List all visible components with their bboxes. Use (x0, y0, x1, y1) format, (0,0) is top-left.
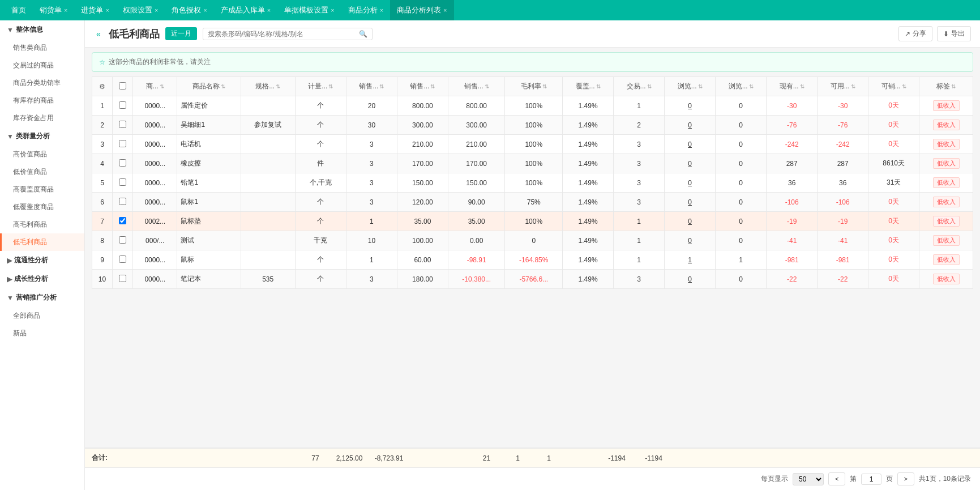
search-input[interactable] (208, 30, 359, 38)
cell-checkbox[interactable] (113, 154, 133, 173)
cell-view1[interactable]: 1 (665, 250, 716, 270)
page-number-input[interactable] (861, 474, 881, 485)
col-view1[interactable]: 浏览...⇅ (665, 77, 716, 96)
col-transaction[interactable]: 交易...⇅ (614, 77, 665, 96)
col-saleable[interactable]: 可销...⇅ (868, 77, 919, 96)
footer-sales-price: 2,125.00 (329, 454, 369, 462)
col-current[interactable]: 现有...⇅ (767, 77, 818, 96)
col-name[interactable]: 商品名称⇅ (177, 77, 241, 96)
row-checkbox[interactable] (119, 217, 126, 224)
sidebar-group-marketing[interactable]: ▼ 营销推广分析 (0, 288, 84, 307)
sidebar-item-high-coverage[interactable]: 高覆盖度商品 (0, 181, 84, 198)
cell-checkbox[interactable] (113, 193, 133, 212)
col-spec[interactable]: 规格...⇅ (241, 77, 295, 96)
export-btn[interactable]: ⬇ 导出 (937, 26, 971, 41)
sidebar-item-low-margin[interactable]: 低毛利商品 (0, 233, 84, 251)
sidebar-item-low-value[interactable]: 低价值商品 (0, 163, 84, 181)
col-unit[interactable]: 计量...⇅ (295, 77, 346, 96)
sidebar-item-high-value[interactable]: 高价值商品 (0, 146, 84, 163)
cell-checkbox[interactable] (113, 135, 133, 154)
nav-close-permissions[interactable]: × (155, 7, 158, 14)
nav-close-template[interactable]: × (331, 7, 334, 14)
nav-sales-order[interactable]: 销货单 × (33, 0, 74, 20)
sidebar-group-circulation[interactable]: ▶ 流通性分析 (0, 251, 84, 270)
nav-home[interactable]: 首页 (5, 0, 33, 20)
cell-view1[interactable]: 0 (665, 193, 716, 212)
sidebar-item-category-rate[interactable]: 商品分类助销率 (0, 74, 84, 92)
col-sales-profit[interactable]: 销售...⇅ (448, 77, 505, 96)
row-checkbox[interactable] (119, 178, 126, 186)
cell-tag: 低收入 (919, 250, 973, 270)
nav-product-analysis[interactable]: 商品分析 × (341, 0, 390, 20)
sidebar-item-traded-products[interactable]: 交易过的商品 (0, 57, 84, 74)
col-view2[interactable]: 浏览...⇅ (716, 77, 767, 96)
cell-view1[interactable]: 0 (665, 173, 716, 193)
sidebar-group-overall[interactable]: ▼ 整体信息 (0, 20, 84, 39)
cell-checkbox[interactable] (113, 116, 133, 135)
nav-close-purchase[interactable]: × (105, 7, 109, 14)
row-checkbox[interactable] (119, 236, 126, 244)
col-coverage[interactable]: 覆盖...⇅ (563, 77, 614, 96)
col-available[interactable]: 可用...⇅ (818, 77, 868, 96)
sidebar-item-low-coverage[interactable]: 低覆盖度商品 (0, 198, 84, 216)
search-icon[interactable]: 🔍 (359, 30, 367, 38)
row-checkbox[interactable] (119, 255, 126, 263)
col-sales-qty[interactable]: 销售...⇅ (346, 77, 397, 96)
cell-view1[interactable]: 0 (665, 116, 716, 135)
settings-icon[interactable]: ⚙ (99, 83, 105, 91)
row-checkbox[interactable] (119, 275, 126, 282)
prev-page-btn[interactable]: ＜ (828, 472, 845, 485)
select-all-checkbox[interactable] (119, 82, 126, 90)
sidebar-item-high-margin[interactable]: 高毛利商品 (0, 216, 84, 233)
cell-checkbox[interactable] (113, 173, 133, 193)
cell-checkbox[interactable] (113, 270, 133, 289)
nav-close-analysis-list[interactable]: × (443, 7, 447, 14)
next-page-btn[interactable]: ＞ (897, 472, 914, 485)
sidebar-item-all-products[interactable]: 全部商品 (0, 307, 84, 325)
cell-view1[interactable]: 0 (665, 154, 716, 173)
cell-view1[interactable]: 0 (665, 96, 716, 116)
nav-role-auth[interactable]: 角色授权 × (165, 0, 213, 20)
sidebar-collapse-btn[interactable]: « (94, 27, 103, 41)
row-checkbox[interactable] (119, 159, 126, 167)
row-checkbox[interactable] (119, 140, 126, 147)
nav-product-entry[interactable]: 产成品入库单 × (214, 0, 277, 20)
col-sales-price[interactable]: 销售...⇅ (397, 77, 448, 96)
nav-template-settings[interactable]: 单据模板设置 × (277, 0, 341, 20)
nav-close-role[interactable]: × (203, 7, 207, 14)
sidebar-item-sales-products[interactable]: 销售类商品 (0, 39, 84, 57)
row-checkbox[interactable] (119, 101, 126, 109)
nav-close-sales[interactable]: × (64, 7, 67, 14)
sidebar-item-inventory-capital[interactable]: 库存资金占用 (0, 109, 84, 127)
sidebar-item-inventory-products[interactable]: 有库存的商品 (0, 92, 84, 109)
nav-product-analysis-list[interactable]: 商品分析列表 × (390, 0, 453, 20)
col-tag[interactable]: 标签⇅ (919, 77, 973, 96)
sidebar-group-growth[interactable]: ▶ 成长性分析 (0, 270, 84, 288)
row-checkbox[interactable] (119, 121, 126, 128)
cell-view1[interactable]: 0 (665, 231, 716, 250)
cell-checkbox[interactable] (113, 96, 133, 116)
cell-view1[interactable]: 0 (665, 212, 716, 231)
nav-permissions[interactable]: 权限设置 × (116, 0, 165, 20)
cell-checkbox[interactable] (113, 231, 133, 250)
filter-recent-month-btn[interactable]: 近一月 (165, 27, 197, 40)
cell-view1[interactable]: 0 (665, 135, 716, 154)
cell-no: 2 (92, 116, 113, 135)
col-checkbox[interactable] (113, 77, 133, 96)
share-btn[interactable]: ↗ 分享 (898, 26, 932, 41)
cell-sales-price: 170.00 (397, 154, 448, 173)
cell-view1[interactable]: 0 (665, 270, 716, 289)
row-checkbox[interactable] (119, 198, 126, 205)
col-gross-margin[interactable]: 毛利率⇅ (505, 77, 563, 96)
cell-checkbox[interactable] (113, 212, 133, 231)
nav-close-analysis[interactable]: × (380, 7, 383, 14)
arrow-icon-2: ▼ (7, 133, 14, 140)
col-settings[interactable]: ⚙ (92, 77, 113, 96)
sidebar-group-cluster[interactable]: ▼ 类群量分析 (0, 127, 84, 146)
cell-checkbox[interactable] (113, 250, 133, 270)
nav-close-product[interactable]: × (267, 7, 271, 14)
page-size-select[interactable]: 50 100 200 (793, 473, 824, 485)
col-code[interactable]: 商...⇅ (133, 77, 177, 96)
sidebar-item-new-products[interactable]: 新品 (0, 325, 84, 342)
nav-purchase-order[interactable]: 进货单 × (74, 0, 115, 20)
